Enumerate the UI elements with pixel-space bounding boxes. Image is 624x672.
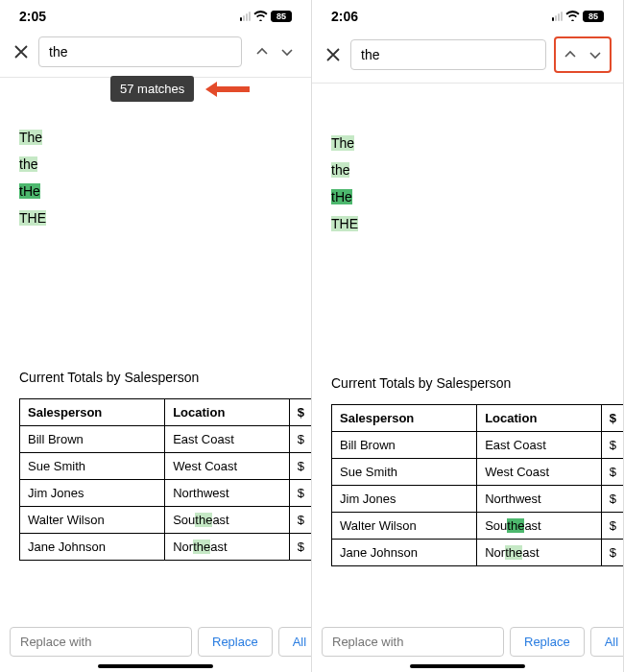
text-row: THE — [19, 210, 292, 226]
col-amount: $ — [601, 405, 624, 432]
table-header-row: Salesperson Location $ — [332, 405, 625, 432]
clock: 2:06 — [331, 9, 358, 24]
text-row: the — [331, 162, 604, 178]
document-content: The the tHe THE Current Totals by Salesp… — [312, 84, 623, 566]
match-count-tooltip: 57 matches — [110, 76, 194, 102]
search-bar — [312, 27, 623, 84]
replace-input[interactable] — [322, 627, 504, 657]
close-icon[interactable] — [324, 45, 343, 64]
close-icon[interactable] — [12, 42, 31, 61]
replace-bar: Replace All — [0, 627, 311, 657]
table-row: Jane JohnsonNortheast$ — [20, 534, 313, 561]
table-row: Walter WilsonSoutheast$ — [332, 513, 625, 540]
document-content: 57 matches The the tHe THE Current Total… — [0, 78, 311, 561]
col-salesperson: Salesperson — [20, 399, 165, 426]
search-input[interactable] — [350, 39, 546, 70]
nav-arrows-highlighted — [554, 36, 612, 73]
text-row: the — [19, 156, 292, 172]
screenshot-left: 2:05 85 57 matches — [0, 0, 312, 672]
table-row: Sue SmithWest Coast$ — [20, 453, 313, 480]
col-salesperson: Salesperson — [332, 405, 477, 432]
table-title: Current Totals by Salesperson — [331, 375, 604, 391]
table-row: Jane JohnsonNortheast$ — [332, 540, 625, 566]
text-row: The — [331, 135, 604, 151]
table-row: Jim JonesNorthwest$ — [20, 480, 313, 507]
replace-all-button[interactable]: All — [278, 627, 312, 657]
screenshot-right: 2:06 85 The the tHe THE — [312, 0, 624, 672]
status-right: 85 — [552, 10, 604, 24]
nav-arrows — [250, 39, 300, 64]
sales-table: Salesperson Location $ Bill BrownEast Co… — [19, 398, 312, 561]
search-input[interactable] — [38, 36, 242, 67]
text-row: The — [19, 130, 292, 145]
table-row: Bill BrownEast Coast$ — [20, 426, 313, 453]
annotation-arrow-icon — [204, 80, 250, 103]
battery-icon: 85 — [271, 11, 292, 22]
wifi-icon — [565, 10, 580, 24]
signal-icon — [240, 12, 251, 21]
signal-icon — [552, 12, 563, 21]
replace-all-button[interactable]: All — [590, 627, 624, 657]
table-row: Walter WilsonSoutheast$ — [20, 507, 313, 534]
search-bar — [0, 27, 311, 78]
next-match-button[interactable] — [276, 41, 298, 62]
text-row: THE — [331, 216, 604, 231]
table-header-row: Salesperson Location $ — [20, 399, 313, 426]
table-title: Current Totals by Salesperson — [19, 370, 292, 385]
col-location: Location — [477, 405, 602, 432]
replace-button[interactable]: Replace — [510, 627, 585, 657]
table-row: Bill BrownEast Coast$ — [332, 432, 625, 459]
text-row: tHe — [331, 189, 604, 204]
wifi-icon — [253, 10, 268, 24]
home-indicator — [410, 664, 525, 668]
prev-match-button[interactable] — [560, 44, 581, 65]
col-amount: $ — [289, 399, 312, 426]
text-row: tHe — [19, 183, 292, 199]
next-match-button[interactable] — [585, 44, 606, 65]
replace-button[interactable]: Replace — [198, 627, 273, 657]
prev-match-button[interactable] — [252, 41, 273, 62]
sales-table: Salesperson Location $ Bill BrownEast Co… — [331, 404, 624, 566]
home-indicator — [98, 664, 213, 668]
clock: 2:05 — [19, 9, 46, 24]
table-row: Sue SmithWest Coast$ — [332, 459, 625, 486]
battery-icon: 85 — [583, 11, 604, 22]
replace-bar: Replace All — [312, 627, 623, 657]
status-bar: 2:06 85 — [312, 0, 623, 27]
col-location: Location — [165, 399, 290, 426]
replace-input[interactable] — [10, 627, 192, 657]
status-right: 85 — [240, 10, 292, 24]
status-bar: 2:05 85 — [0, 0, 311, 27]
table-row: Jim JonesNorthwest$ — [332, 486, 625, 513]
